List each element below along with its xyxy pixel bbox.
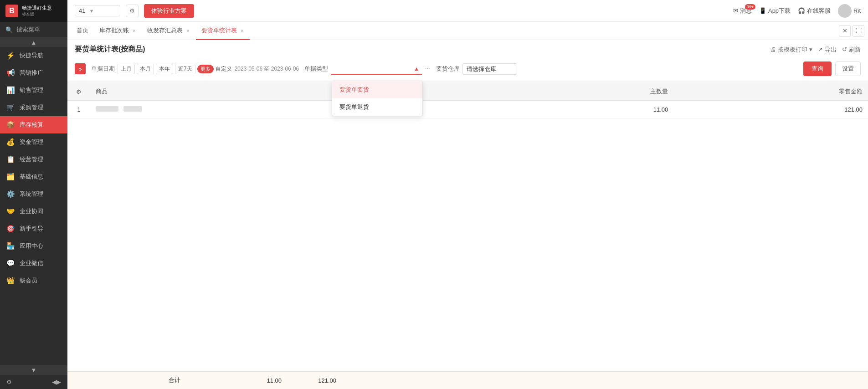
vip-icon: 👑 xyxy=(6,276,15,285)
app-download-button[interactable]: 📱 App下载 xyxy=(759,7,791,15)
tab-home[interactable]: 首页 xyxy=(71,22,94,40)
page-header: 要货单统计表(按商品) 🖨 按模板打印 ▾ ↗ 导出 ↺ 刷新 xyxy=(67,40,868,57)
row-amount: 121.00 xyxy=(673,101,868,118)
column-settings-icon[interactable]: ⚙ xyxy=(76,88,82,95)
sidebar-item-label: 企业微信 xyxy=(20,259,43,267)
sidebar-item-label: 新手引导 xyxy=(20,225,43,233)
user-menu[interactable]: Rit xyxy=(838,4,861,18)
sidebar-scroll-down[interactable]: ▼ xyxy=(0,365,67,374)
sidebar-item-guide[interactable]: 🎯 新手引导 xyxy=(0,220,67,237)
refresh-button[interactable]: ↺ 刷新 xyxy=(842,46,861,54)
tab-bar-actions: ✕ ⛶ xyxy=(839,25,864,37)
sidebar-item-sales[interactable]: 📊 销售管理 xyxy=(0,82,67,99)
tab-home-label: 首页 xyxy=(77,26,88,35)
date-last-7-days-btn[interactable]: 近7天 xyxy=(175,64,195,74)
sidebar-item-label: 应用中心 xyxy=(20,242,43,250)
sidebar-item-quick-nav[interactable]: ⚡ 快捷导航 xyxy=(0,47,67,64)
customer-service-button[interactable]: 🎧 在线客服 xyxy=(798,7,831,15)
customer-service-label: 在线客服 xyxy=(807,7,831,15)
export-icon: ↗ xyxy=(818,46,823,53)
type-filter-more-icon[interactable]: ··· xyxy=(425,65,431,73)
message-icon: ✉ xyxy=(733,7,738,14)
top-bar-left: 41 ▼ ⚙ 体验行业方案 xyxy=(75,4,194,18)
trial-button[interactable]: 体验行业方案 xyxy=(144,4,194,18)
table-header-row: ⚙ 商品 主计量单位 主数量 零售金额 xyxy=(67,83,868,101)
gear-button[interactable]: ⚙ xyxy=(126,5,139,17)
collapse-icon[interactable]: ◀▶ xyxy=(52,379,61,385)
search-icon: 🔍 xyxy=(5,26,13,33)
row-product xyxy=(90,101,349,118)
top-bar-right: ✉ 消息 99+ 📱 App下载 🎧 在线客服 Rit xyxy=(733,4,861,18)
sidebar-item-appstore[interactable]: 🏪 应用中心 xyxy=(0,237,67,255)
print-icon: 🖨 xyxy=(770,46,776,53)
export-button[interactable]: ↗ 导出 xyxy=(818,46,837,54)
print-button[interactable]: 🖨 按模板打印 ▾ xyxy=(770,46,812,54)
settings-button[interactable]: 设置 xyxy=(835,61,861,76)
sidebar-item-inventory[interactable]: 📦 库存核算 xyxy=(0,116,67,133)
sidebar-item-collab[interactable]: 🤝 企业协同 xyxy=(0,203,67,220)
user-name: Rit xyxy=(853,7,861,14)
sidebar-item-label: 经营管理 xyxy=(20,155,43,164)
message-badge: 99+ xyxy=(745,4,755,10)
sidebar-item-label: 基础信息 xyxy=(20,173,43,181)
sidebar-item-label: 销售管理 xyxy=(20,86,43,94)
tab-batch-account[interactable]: 库存批次账 × xyxy=(94,22,142,40)
headset-icon: 🎧 xyxy=(798,7,805,14)
col-amount-header: 零售金额 xyxy=(673,83,868,101)
sidebar-item-system[interactable]: ⚙️ 系统管理 xyxy=(0,185,67,203)
sidebar-item-label: 库存核算 xyxy=(20,121,43,129)
sidebar-item-basic[interactable]: 🗂️ 基础信息 xyxy=(0,168,67,185)
tab-order-stats-close[interactable]: × xyxy=(240,28,244,33)
filter-expand-button[interactable]: » xyxy=(75,63,86,74)
company-selector[interactable]: 41 ▼ xyxy=(75,5,120,16)
sidebar-item-wechat[interactable]: 💬 企业微信 xyxy=(0,255,67,272)
type-select-input[interactable] xyxy=(331,63,422,75)
sidebar-item-marketing[interactable]: 📢 营销推广 xyxy=(0,64,67,82)
date-this-month-btn[interactable]: 本月 xyxy=(137,64,154,74)
dropdown-item-yaohuo[interactable]: 要货单要货 xyxy=(332,81,422,98)
sidebar-item-label: 畅会员 xyxy=(20,276,37,285)
table-row: 1 块 11.00 121.00 xyxy=(67,101,868,118)
sidebar-item-vip[interactable]: 👑 畅会员 xyxy=(0,272,67,289)
tab-receipt-summary-close[interactable]: × xyxy=(185,28,190,33)
refresh-icon: ↺ xyxy=(842,46,847,53)
guide-icon: 🎯 xyxy=(6,225,15,233)
sidebar-item-label: 系统管理 xyxy=(20,190,43,198)
tab-batch-account-close[interactable]: × xyxy=(132,28,136,33)
tab-receipt-summary-label: 收发存汇总表 xyxy=(147,26,183,35)
sidebar-footer: ⚙ ◀▶ xyxy=(0,374,67,389)
sidebar-item-label: 采购管理 xyxy=(20,103,43,112)
avatar xyxy=(838,4,852,18)
wechat-icon: 💬 xyxy=(6,259,15,267)
tab-expand-button[interactable]: ⛶ xyxy=(853,25,864,37)
tab-receipt-summary[interactable]: 收发存汇总表 × xyxy=(142,22,195,40)
date-prev-month-btn[interactable]: 上月 xyxy=(118,64,135,74)
query-button[interactable]: 查询 xyxy=(803,61,832,76)
date-custom-btn[interactable]: 自定义 xyxy=(216,65,232,73)
app-download-label: App下载 xyxy=(768,7,791,15)
sidebar-item-label: 企业协同 xyxy=(20,207,43,215)
settings-icon[interactable]: ⚙ xyxy=(6,379,12,385)
top-bar: 41 ▼ ⚙ 体验行业方案 ✉ 消息 99+ 📱 App下载 🎧 在线客服 xyxy=(67,0,868,22)
date-this-year-btn[interactable]: 本年 xyxy=(156,64,173,74)
tab-close-all-button[interactable]: ✕ xyxy=(839,25,851,37)
date-more-btn[interactable]: 更多 xyxy=(197,65,214,73)
sidebar-item-finance[interactable]: 💰 资金管理 xyxy=(0,133,67,151)
warehouse-select[interactable]: 请选择仓库 xyxy=(462,63,517,75)
tab-batch-account-label: 库存批次账 xyxy=(99,26,129,35)
tab-order-stats[interactable]: 要货单统计表 × xyxy=(196,22,250,40)
filter-actions: 查询 设置 xyxy=(803,61,861,76)
sidebar-item-label: 营销推广 xyxy=(20,69,43,77)
logo-icon: B xyxy=(5,5,18,17)
sidebar-item-purchase[interactable]: 🛒 采购管理 xyxy=(0,99,67,116)
sidebar-item-operations[interactable]: 📋 经营管理 xyxy=(0,151,67,168)
dropdown-item-tuihuo[interactable]: 要货单退货 xyxy=(332,98,422,116)
sidebar-scroll-up[interactable]: ▲ xyxy=(0,38,67,47)
print-chevron-icon: ▾ xyxy=(809,46,812,53)
sidebar-search[interactable]: 🔍 搜索菜单 xyxy=(0,22,67,38)
col-settings-header[interactable]: ⚙ xyxy=(67,83,90,101)
system-icon: ⚙️ xyxy=(6,190,15,198)
messages-button[interactable]: ✉ 消息 99+ xyxy=(733,7,752,15)
data-table: ⚙ 商品 主计量单位 主数量 零售金额 1 xyxy=(67,83,868,118)
row-qty: 11.00 xyxy=(512,101,674,118)
